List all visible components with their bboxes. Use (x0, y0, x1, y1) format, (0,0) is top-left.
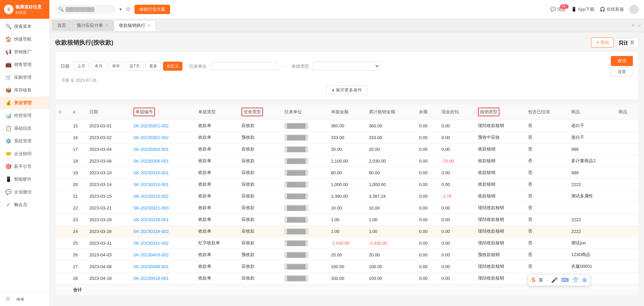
ime-shirt-icon[interactable]: 👕 (572, 277, 579, 283)
gear-icon[interactable]: ⚙ (126, 6, 130, 12)
ime-english-label[interactable]: 英 (539, 277, 543, 283)
sidebar-item-hardware[interactable]: 📱 智能硬件 (0, 173, 49, 186)
sidebar-item-marketing[interactable]: 📢 营销推广 (0, 46, 49, 58)
collapse-icon[interactable]: ◀◀ (15, 296, 23, 302)
ime-grid-icon[interactable]: ⊞ (582, 277, 587, 283)
bill-no-link[interactable]: SK-20230403-002 (133, 252, 169, 257)
table-cell: 收款核销 (475, 167, 526, 179)
sidebar-item-purchase[interactable]: 🛒 采购管理 (0, 71, 49, 84)
bill-type-filter-label: 单据类型 (291, 63, 309, 69)
table-cell: 2023-03-15 (87, 190, 130, 202)
col-settings[interactable]: ⚙ (55, 104, 70, 120)
table-cell: 1.00 (328, 214, 366, 226)
bill-no-link[interactable]: SK-20230302-002 (133, 135, 169, 140)
partner-input[interactable] (211, 62, 278, 70)
more-options-dots[interactable]: ··· (282, 64, 287, 69)
table-row: 172023-03-04SK-20230304-001收款单应收款██████2… (55, 143, 638, 155)
this-year-button[interactable]: 本年 (108, 62, 124, 71)
tab-home[interactable]: 首页 (52, 20, 71, 31)
ime-toolbar: S 英 · 🎤 ⌨ 👕 ⊞ (528, 274, 590, 286)
topbar-dropdown[interactable]: ▾ (119, 7, 122, 12)
column-settings-icon[interactable]: ⚙ (58, 110, 62, 115)
phone-icon: 📱 (571, 7, 577, 12)
sidebar-nav: 🔍 搜索菜单 🏠 快捷导航 📢 营销推广 💼 销售管理 🛒 采购管理 📦 库存核… (0, 19, 49, 291)
ime-mic-icon[interactable]: 🎤 (551, 277, 558, 283)
service-button[interactable]: 🎧 在线客服 (600, 6, 624, 12)
settings-bottom-icon[interactable]: ⚙ (5, 296, 10, 302)
table-cell: 否 (525, 190, 569, 202)
user-avatar[interactable] (629, 5, 639, 14)
sidebar-item-guide[interactable]: 🎯 新手引导 (0, 160, 49, 173)
ime-keyboard-icon[interactable]: ⌨ (561, 277, 569, 283)
table-cell: 60.00 (366, 167, 417, 179)
more-date-button[interactable]: 更多 (146, 62, 161, 71)
bill-no-link[interactable]: SK-20230308-001 (133, 159, 169, 164)
sidebar-item-search[interactable]: 🔍 搜索菜单 (0, 20, 49, 33)
table-cell: 21 (70, 190, 87, 202)
sidebar-item-label: 快捷导航 (14, 36, 32, 42)
verify-type-header: 核销类型 (478, 108, 499, 116)
bill-no-link[interactable]: SK-20230418-001 (133, 276, 169, 281)
topbar-search[interactable]: 🔍 ██████████ (55, 5, 115, 14)
sidebar-item-system[interactable]: ⚙️ 系统管理 (0, 135, 49, 147)
sidebar-item-quick-nav[interactable]: 🏠 快捷导航 (0, 33, 49, 46)
bill-no-link[interactable]: SK-20230304-001 (133, 147, 169, 152)
bill-no-link[interactable]: SK-20230321-003 (133, 205, 169, 210)
bill-no-link[interactable]: SK-20230315-002 (133, 194, 169, 199)
table-cell: 收款单 (196, 143, 239, 155)
sidebar-item-finance[interactable]: 💰 资金管理 (0, 97, 49, 109)
bill-no-link[interactable]: SK-20230331-002 (133, 241, 169, 246)
table-cell (55, 179, 70, 190)
settings-button[interactable]: 设置 (611, 67, 633, 76)
bill-no-link[interactable]: SK-20230328-002 (133, 229, 169, 234)
wechat-icon: 💬 (5, 189, 11, 195)
export-button[interactable]: ↗ 导出 (591, 38, 613, 48)
purchase-icon: 🛒 (5, 74, 11, 80)
finance-icon: 💰 (5, 100, 11, 106)
sidebar-item-member[interactable]: ✓ 畅会员 (0, 198, 49, 211)
sidebar-item-sales[interactable]: 💼 销售管理 (0, 58, 49, 71)
bill-no-link[interactable]: SK-20230310-001 (133, 170, 169, 175)
expand-more-button[interactable]: ▾ 展开更多条件 (326, 85, 368, 95)
tab-payable[interactable]: 预计应应付单 ✕ (72, 20, 113, 31)
sidebar-item-label: 搜索菜单 (14, 23, 32, 29)
table-cell: 应收款 (239, 143, 281, 155)
this-month-button[interactable]: 本月 (91, 62, 106, 71)
ime-dot-icon[interactable]: · (546, 278, 548, 283)
tab-close-receipt[interactable]: ✕ (147, 23, 151, 28)
tab-close-all-icon[interactable]: ✕ (631, 23, 635, 28)
table-row: 272023-04-08SK-20230408-001收款单应收款██████1… (55, 261, 638, 272)
logo-text: 畅康道好生意 标推版 (15, 4, 42, 15)
table-cell: SK-20230408-001 (131, 261, 196, 272)
custom-date-button[interactable]: 自定义 (163, 62, 182, 71)
tab-expand-icon[interactable]: ⤢ (638, 23, 641, 28)
bill-type-select[interactable] (313, 62, 380, 71)
sidebar-item-wechat[interactable]: 💬 企业微信 (0, 186, 49, 198)
bill-no-link[interactable]: SK-20230408-001 (133, 264, 169, 269)
sidebar-item-basic[interactable]: 📋 基础信息 (0, 122, 49, 135)
table-cell: 收款核销 (475, 179, 526, 190)
bill-no-link[interactable]: SK-20230301-002 (133, 123, 169, 128)
query-button[interactable]: 查询 (611, 56, 633, 66)
guide-icon: 🎯 (5, 164, 11, 170)
last-month-button[interactable]: 上月 (73, 62, 89, 71)
bill-no-link[interactable]: SK-20230328-001 (133, 217, 169, 222)
sidebar-item-inventory[interactable]: 📦 库存核算 (0, 84, 49, 97)
message-button[interactable]: 💬 消息 99+ (550, 6, 566, 12)
app-download-button[interactable]: 📱 App下载 (571, 6, 594, 12)
solution-button[interactable]: 体验行业方案 (135, 5, 170, 14)
table-cell (55, 249, 70, 261)
col-balance: 余额 (416, 104, 439, 120)
expand-more-row: ▾ 展开更多条件 (61, 83, 633, 96)
sidebar-item-enterprise[interactable]: 🤝 企业协同 (0, 147, 49, 160)
tab-receipt[interactable]: 收款核销执行 ✕ (114, 20, 156, 31)
data-table-wrapper: ⚙ # 日期 单据编号 单据类型 业务类型 往来单位 单据金额 累计核销金额 (55, 104, 639, 296)
table-cell (55, 261, 70, 272)
table-cell: 20.00 (328, 143, 366, 155)
last-7days-button[interactable]: 近7天 (126, 62, 144, 71)
sidebar-item-operations[interactable]: 📊 经营管理 (0, 109, 49, 122)
tab-close-payable[interactable]: ✕ (105, 23, 108, 28)
table-cell: 2,100.00 (328, 155, 366, 167)
table-cell: 收款单 (196, 249, 239, 261)
bill-no-link[interactable]: SK-20230314-001 (133, 182, 169, 187)
